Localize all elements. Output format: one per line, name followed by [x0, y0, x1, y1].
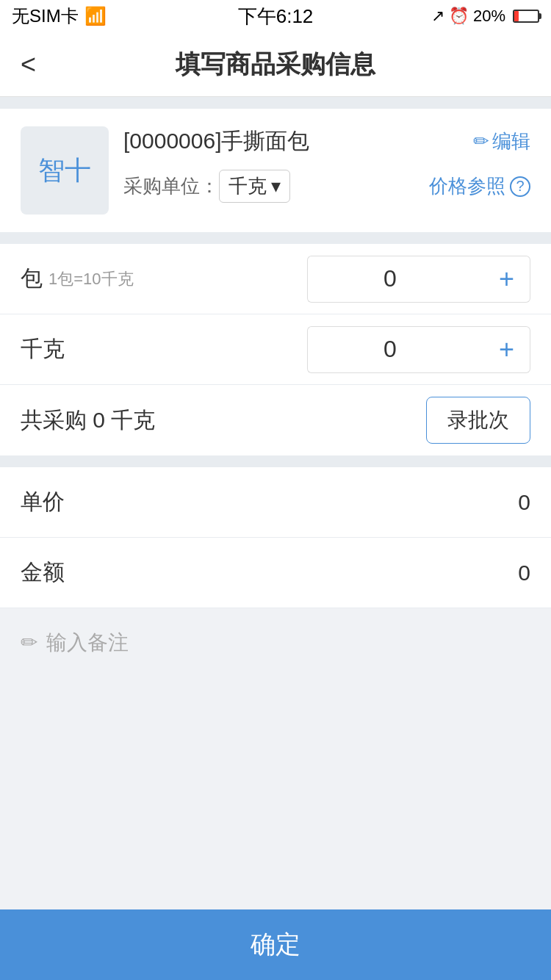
section-separator-top: [0, 97, 551, 109]
bao-sublabel: 1包=10千克: [48, 268, 134, 290]
edit-icon: ✏: [473, 130, 489, 153]
edit-button[interactable]: ✏ 编辑: [473, 129, 530, 154]
status-bar: 无SIM卡 📶 下午6:12 ↗ ⏰ 20%: [0, 0, 551, 32]
summary-row: 共采购 0 千克 录批次: [0, 385, 551, 455]
battery-fill: [514, 11, 519, 21]
page-title: 填写商品采购信息: [176, 48, 375, 82]
amount-value: 0: [518, 561, 530, 586]
confirm-label: 确定: [251, 928, 300, 962]
chevron-down-icon: ▾: [271, 175, 281, 198]
status-time: 下午6:12: [238, 4, 314, 29]
bao-quantity-input[interactable]: [307, 256, 483, 303]
kg-label: 千克: [21, 334, 65, 364]
location-icon: ↗: [431, 7, 444, 26]
kg-quantity-input[interactable]: [307, 326, 483, 373]
battery-percent: 20%: [473, 7, 505, 26]
amount-label: 金额: [21, 558, 65, 588]
carrier-label: 无SIM卡: [12, 4, 79, 28]
bao-plus-button[interactable]: +: [483, 256, 530, 303]
bao-input-group: +: [307, 256, 530, 303]
kg-plus-button[interactable]: +: [483, 326, 530, 373]
input-section: 包 1包=10千克 + 千克 +: [0, 244, 551, 385]
price-row: 单价 0: [0, 467, 551, 538]
bao-label: 包: [21, 264, 43, 294]
detail-section: 单价 0 金额 0: [0, 467, 551, 608]
price-reference-button[interactable]: 价格参照 ?: [429, 173, 530, 199]
status-bar-left: 无SIM卡 📶: [12, 4, 107, 28]
unit-value: 千克: [228, 173, 267, 199]
alarm-icon: ⏰: [449, 7, 469, 26]
status-bar-right: ↗ ⏰ 20%: [431, 7, 539, 26]
unit-label: 采购单位：: [123, 173, 219, 199]
batch-button[interactable]: 录批次: [426, 397, 530, 444]
price-value: 0: [518, 490, 530, 515]
bao-input-row: 包 1包=10千克 +: [0, 244, 551, 314]
nav-bar: < 填写商品采购信息: [0, 32, 551, 97]
section-separator-2: [0, 455, 551, 467]
confirm-button[interactable]: 确定: [0, 909, 551, 980]
product-thumbnail: 智十: [21, 126, 109, 215]
product-unit-row: 采购单位： 千克 ▾ 价格参照 ?: [123, 170, 530, 203]
unit-select[interactable]: 千克 ▾: [219, 170, 290, 203]
amount-row: 金额 0: [0, 538, 551, 608]
product-name: [0000006]手撕面包: [123, 126, 309, 156]
summary-text: 共采购 0 千克: [21, 406, 155, 436]
product-card: 智十 [0000006]手撕面包 ✏ 编辑 采购单位： 千克 ▾ 价格参照 ?: [0, 109, 551, 232]
kg-input-group: +: [307, 326, 530, 373]
edit-label: 编辑: [492, 129, 530, 154]
product-title-row: [0000006]手撕面包 ✏ 编辑: [123, 126, 530, 156]
wifi-icon: 📶: [84, 6, 107, 26]
kg-input-row: 千克 +: [0, 314, 551, 385]
battery-icon: [513, 10, 539, 23]
price-ref-label: 价格参照: [429, 173, 505, 199]
price-label: 单价: [21, 487, 65, 517]
product-logo: 智十: [38, 153, 91, 189]
unit-selector-group: 采购单位： 千克 ▾: [123, 170, 290, 203]
remark-input[interactable]: 输入备注: [46, 629, 129, 657]
back-button[interactable]: <: [21, 49, 36, 80]
section-separator-1: [0, 232, 551, 244]
help-icon: ?: [510, 176, 530, 197]
product-info: [0000006]手撕面包 ✏ 编辑 采购单位： 千克 ▾ 价格参照 ?: [123, 126, 530, 203]
remark-section[interactable]: ✏ 输入备注: [0, 608, 551, 696]
pencil-icon: ✏: [21, 630, 37, 655]
